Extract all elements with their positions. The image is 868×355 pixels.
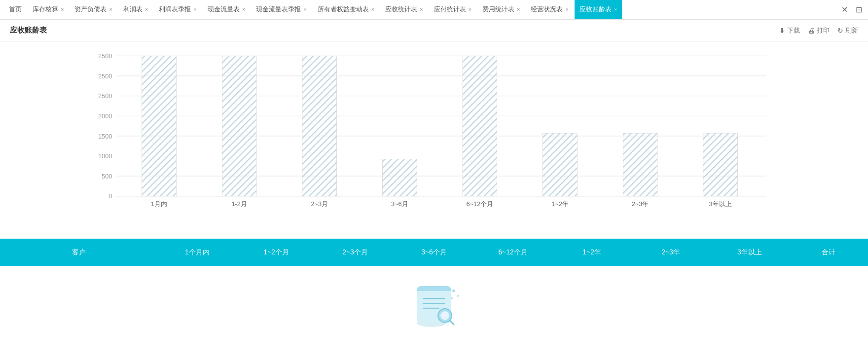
tab-equity-label: 所有者权益变动表	[318, 5, 369, 14]
header-actions: ⬇ 下载 🖨 打印 ↻ 刷新	[779, 26, 858, 35]
svg-rect-20	[463, 56, 497, 196]
tab-cashflow-quarterly-close[interactable]: ×	[303, 6, 306, 12]
tab-inventory[interactable]: 库存核算 ×	[28, 0, 69, 20]
tab-profit[interactable]: 利润表 ×	[118, 0, 153, 20]
tab-receivable-aging-close[interactable]: ×	[614, 6, 617, 12]
tab-bar-actions: ✕ ⊡	[839, 3, 864, 16]
col-2-3month: 2~3个月	[316, 248, 395, 257]
col-1month: 1个月内	[158, 248, 237, 257]
tab-payable-stat-label: 应付统计表	[434, 5, 466, 14]
print-icon: 🖨	[808, 27, 815, 35]
svg-text:2~3月: 2~3月	[311, 200, 328, 208]
tab-receivable-aging-label: 应收账龄表	[579, 5, 612, 14]
tab-receivable-aging[interactable]: 应收账龄表 ×	[575, 0, 622, 20]
empty-state	[0, 266, 868, 345]
svg-text:1月内: 1月内	[151, 200, 167, 208]
tab-home-label: 首页	[9, 5, 22, 14]
tab-bar: 首页 库存核算 × 资产负债表 × 利润表 × 利润表季报 × 现金流量表 × …	[0, 0, 868, 20]
col-3-6month: 3~6个月	[395, 248, 473, 257]
col-1-2year: 1~2年	[552, 248, 631, 257]
svg-point-42	[451, 297, 453, 299]
empty-icon	[404, 281, 464, 330]
page-header: 应收账龄表 ⬇ 下载 🖨 打印 ↻ 刷新	[0, 20, 868, 41]
tab-business-status-label: 经营状况表	[531, 5, 563, 14]
col-total: 合计	[789, 248, 868, 257]
svg-point-41	[457, 295, 459, 297]
svg-text:1-2月: 1-2月	[231, 200, 247, 208]
tab-inventory-label: 库存核算	[33, 5, 58, 14]
tab-balance-sheet[interactable]: 资产负债表 ×	[70, 0, 117, 20]
tab-balance-label: 资产负债表	[74, 5, 107, 14]
tab-payable-stat[interactable]: 应付统计表 ×	[429, 0, 476, 20]
svg-text:6~12个月: 6~12个月	[467, 200, 494, 208]
download-label: 下载	[787, 26, 800, 35]
refresh-icon: ↻	[837, 27, 843, 35]
tab-profit-close[interactable]: ×	[145, 6, 148, 12]
bar-chart: 2500 2500 2500 2000 1500 1000 500 0	[20, 51, 848, 229]
tab-profit-label: 利润表	[123, 5, 143, 14]
col-6-12month: 6~12个月	[473, 248, 552, 257]
svg-text:2500: 2500	[98, 92, 112, 100]
page-title: 应收账龄表	[10, 26, 47, 35]
print-label: 打印	[817, 26, 830, 35]
table-header: 客户 1个月内 1~2个月 2~3个月 3~6个月 6~12个月 1~2年 2~…	[0, 239, 868, 266]
svg-rect-21	[543, 133, 578, 196]
window-maximize-icon[interactable]: ⊡	[854, 3, 864, 16]
svg-text:1000: 1000	[98, 152, 112, 160]
svg-line-39	[450, 320, 454, 324]
download-icon: ⬇	[779, 27, 785, 35]
refresh-label: 刷新	[845, 26, 858, 35]
svg-text:2500: 2500	[98, 52, 112, 60]
tab-business-status-close[interactable]: ×	[565, 6, 568, 12]
svg-text:1~2年: 1~2年	[551, 200, 569, 208]
tab-inventory-close[interactable]: ×	[61, 6, 64, 12]
tab-balance-close[interactable]: ×	[109, 6, 112, 12]
svg-text:2~3年: 2~3年	[632, 200, 649, 208]
tab-cashflow-quarterly[interactable]: 现金流量表季报 ×	[251, 0, 311, 20]
tab-cashflow-quarterly-label: 现金流量表季报	[256, 5, 301, 14]
window-close-icon[interactable]: ✕	[839, 3, 850, 16]
tab-cashflow[interactable]: 现金流量表 ×	[203, 0, 250, 20]
tab-expense-stat[interactable]: 费用统计表 ×	[477, 0, 525, 20]
tab-cashflow-label: 现金流量表	[208, 5, 240, 14]
tab-expense-stat-close[interactable]: ×	[517, 6, 520, 12]
svg-rect-22	[623, 133, 657, 196]
svg-rect-19	[382, 159, 417, 196]
svg-text:1500: 1500	[98, 133, 112, 140]
svg-text:2000: 2000	[98, 112, 112, 120]
refresh-button[interactable]: ↻ 刷新	[837, 26, 858, 35]
chart-area: 2500 2500 2500 2000 1500 1000 500 0	[0, 41, 868, 239]
tab-equity-close[interactable]: ×	[371, 6, 374, 12]
svg-text:500: 500	[102, 173, 112, 180]
tab-expense-stat-label: 费用统计表	[482, 5, 514, 14]
tab-home[interactable]: 首页	[4, 0, 27, 20]
tab-receivable-stat-label: 应收统计表	[385, 5, 417, 14]
svg-text:3年以上: 3年以上	[709, 200, 732, 208]
tab-payable-stat-close[interactable]: ×	[469, 6, 471, 12]
svg-text:3~6月: 3~6月	[391, 200, 408, 208]
tab-profit-quarterly-label: 利润表季报	[159, 5, 191, 14]
tab-profit-quarterly-close[interactable]: ×	[193, 6, 196, 12]
svg-point-40	[452, 289, 455, 292]
svg-rect-17	[222, 56, 256, 196]
main-content: 2500 2500 2500 2000 1500 1000 500 0	[0, 41, 868, 355]
tab-profit-quarterly[interactable]: 利润表季报 ×	[154, 0, 201, 20]
tab-receivable-stat-close[interactable]: ×	[420, 6, 423, 12]
print-button[interactable]: 🖨 打印	[808, 26, 830, 35]
svg-text:0: 0	[108, 192, 112, 200]
col-1-2month: 1~2个月	[237, 248, 316, 257]
svg-rect-23	[703, 133, 738, 196]
tab-business-status[interactable]: 经营状况表 ×	[526, 0, 573, 20]
tab-receivable-stat[interactable]: 应收统计表 ×	[380, 0, 428, 20]
svg-rect-18	[302, 56, 337, 196]
svg-point-38	[440, 311, 449, 320]
svg-text:2500: 2500	[98, 72, 112, 80]
tab-equity[interactable]: 所有者权益变动表 ×	[313, 0, 379, 20]
col-3year-plus: 3年以上	[710, 248, 789, 257]
svg-rect-16	[142, 56, 177, 196]
col-customer: 客户	[0, 248, 158, 257]
tab-cashflow-close[interactable]: ×	[242, 6, 245, 12]
col-2-3year: 2~3年	[631, 248, 710, 257]
download-button[interactable]: ⬇ 下载	[779, 26, 800, 35]
